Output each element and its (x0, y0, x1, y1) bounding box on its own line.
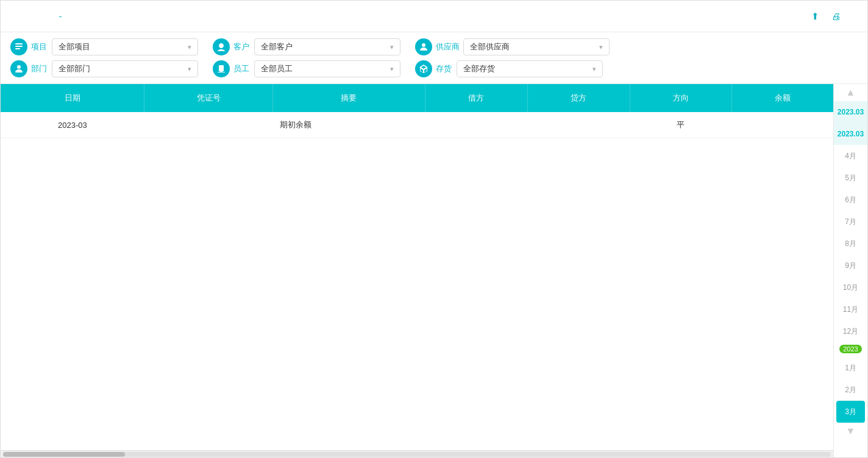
timeline-sidebar: ▲ 2023.032023.034月5月6月7月8月9月10月11月12月202… (833, 84, 867, 457)
download-icon: ⬆ (811, 11, 819, 22)
inventory-select[interactable]: 全部存货 ▾ (457, 60, 603, 77)
timeline-up-button[interactable]: ▲ (834, 84, 867, 101)
timeline-item[interactable]: 4月 (834, 145, 867, 167)
data-table: 日期 凭证号 摘要 借方 贷方 方向 余额 2023-03期初余额平 (1, 84, 833, 138)
svg-point-3 (422, 43, 425, 47)
supplier-select[interactable]: 全部供应商 ▾ (463, 38, 610, 55)
inventory-icon (415, 60, 432, 77)
svg-rect-1 (15, 46, 23, 47)
customer-label: 客户 (233, 41, 251, 52)
timeline-item[interactable]: 2023.03 (834, 101, 867, 123)
timeline-item-selected[interactable]: 3月 (836, 401, 865, 423)
show-sub-button[interactable] (59, 16, 62, 17)
cell-summary: 期初余额 (272, 112, 425, 138)
prev-arrow[interactable] (10, 15, 15, 18)
svg-rect-7 (218, 72, 225, 72)
inventory-select-arrow: ▾ (592, 65, 596, 73)
employee-select-arrow: ▾ (390, 65, 394, 73)
employee-value: 全部员工 (261, 63, 293, 74)
timeline-item[interactable]: 5月 (834, 167, 867, 189)
timeline-down-button[interactable]: ▼ (834, 423, 867, 440)
department-select-arrow: ▾ (188, 65, 191, 73)
svg-point-4 (17, 65, 21, 69)
project-icon (10, 38, 27, 55)
cell-direction: 平 (630, 112, 732, 138)
next-arrow[interactable] (30, 15, 35, 18)
customer-value: 全部客户 (261, 41, 293, 52)
department-icon (10, 60, 27, 77)
col-summary: 摘要 (272, 84, 425, 112)
cell-date: 2023-03 (1, 112, 144, 138)
svg-rect-5 (219, 65, 224, 71)
filter-area: 项目 全部项目 ▾ 客户 全部客户 ▾ (1, 32, 867, 84)
col-balance: 余额 (732, 84, 833, 112)
timeline-item[interactable]: 7月 (834, 211, 867, 233)
col-direction: 方向 (630, 84, 732, 112)
project-select[interactable]: 全部项目 ▾ (52, 38, 198, 55)
employee-select[interactable]: 全部员工 ▾ (254, 60, 400, 77)
filter-row-2: 部门 全部部门 ▾ 员工 全部员工 ▾ (10, 60, 858, 77)
timeline-item[interactable]: 2023.03 (834, 123, 867, 145)
filter-row-1: 项目 全部项目 ▾ 客户 全部客户 ▾ (10, 38, 858, 55)
timeline-item[interactable]: 6月 (834, 189, 867, 211)
col-credit: 贷方 (527, 84, 630, 112)
inventory-value: 全部存货 (463, 63, 495, 74)
filter-item-supplier: 供应商 全部供应商 ▾ (415, 38, 610, 55)
table-row: 2023-03期初余额平 (1, 112, 833, 138)
download-button[interactable]: ⬆ (811, 11, 822, 22)
employee-label: 员工 (233, 63, 251, 74)
cell-voucher (144, 112, 273, 138)
timeline-item[interactable]: 1月 (834, 357, 867, 379)
print-icon: 🖨 (831, 11, 841, 21)
table-spacer (1, 138, 833, 450)
filter-item-customer: 客户 全部客户 ▾ (213, 38, 408, 55)
cell-balance (732, 112, 833, 138)
supplier-icon (415, 38, 432, 55)
svg-rect-2 (15, 48, 20, 49)
supplier-select-arrow: ▾ (599, 43, 603, 51)
timeline-year-badge: 2023 (839, 345, 861, 353)
print-button[interactable]: 🖨 (831, 11, 843, 21)
employee-icon (213, 60, 230, 77)
customer-select[interactable]: 全部客户 ▾ (254, 38, 400, 55)
col-date: 日期 (1, 84, 144, 112)
filter-item-department: 部门 全部部门 ▾ (10, 60, 205, 77)
timeline-year-row: 2023 (834, 342, 867, 357)
timeline-item[interactable]: 11月 (834, 298, 867, 320)
project-label: 项目 (31, 41, 48, 52)
project-select-arrow: ▾ (188, 43, 191, 51)
department-value: 全部部门 (59, 63, 90, 74)
project-value: 全部项目 (59, 41, 90, 52)
table-area: 日期 凭证号 摘要 借方 贷方 方向 余额 2023-03期初余额平 (1, 84, 833, 457)
timeline-item[interactable]: 10月 (834, 277, 867, 298)
filter-item-inventory: 存货 全部存货 ▾ (415, 60, 610, 77)
main-window: ⬆ 🖨 项目 全部项目 ▾ (0, 0, 868, 458)
title-left (10, 15, 62, 18)
timeline-item[interactable]: 9月 (834, 255, 867, 277)
supplier-value: 全部供应商 (470, 41, 510, 52)
timeline-item[interactable]: 12月 (834, 320, 867, 342)
cell-debit (425, 112, 528, 138)
scrollbar-thumb (3, 452, 125, 457)
inventory-label: 存货 (436, 63, 453, 74)
col-debit: 借方 (425, 84, 528, 112)
title-actions: ⬆ 🖨 (811, 11, 858, 22)
table-header-row: 日期 凭证号 摘要 借方 贷方 方向 余额 (1, 84, 833, 112)
timeline-item[interactable]: 2月 (834, 379, 867, 401)
department-label: 部门 (31, 63, 48, 74)
department-select[interactable]: 全部部门 ▾ (52, 60, 198, 77)
customer-icon (213, 38, 230, 55)
main-content: 日期 凭证号 摘要 借方 贷方 方向 余额 2023-03期初余额平 (1, 84, 867, 457)
col-voucher: 凭证号 (144, 84, 273, 112)
svg-rect-0 (15, 43, 23, 44)
title-bar: ⬆ 🖨 (1, 1, 867, 32)
scrollbar-track (3, 452, 831, 457)
filter-item-employee: 员工 全部员工 ▾ (213, 60, 408, 77)
horizontal-scrollbar[interactable] (1, 450, 833, 457)
customer-select-arrow: ▾ (390, 43, 394, 51)
timeline-item[interactable]: 8月 (834, 233, 867, 255)
supplier-label: 供应商 (436, 41, 460, 52)
cell-credit (527, 112, 630, 138)
filter-item-project: 项目 全部项目 ▾ (10, 38, 205, 55)
